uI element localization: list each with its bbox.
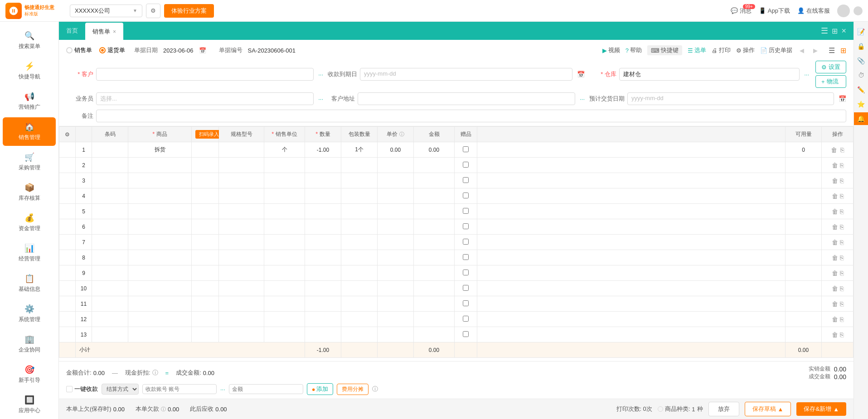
salesman-dots[interactable]: ··· [318,96,323,102]
customer-dots[interactable]: ··· [318,71,323,78]
rp-note-btn[interactable]: 📝 [855,25,868,38]
gift-cb-2[interactable] [463,162,469,168]
sidebar-item-business[interactable]: 📊 经营管理 [3,239,56,267]
save-draft-btn[interactable]: 保存草稿 ▲ [745,402,791,416]
settings-icon[interactable]: ⚙ [146,4,160,18]
account-input[interactable] [142,384,217,394]
radio-return[interactable]: 退货单 [99,46,125,54]
td-qty-1[interactable]: -1.00 [305,142,341,158]
sidebar-item-system[interactable]: ⚙️ 系统管理 [3,299,56,328]
one-click-pay-checkbox[interactable]: 一键收款 [66,385,98,393]
warehouse-input[interactable]: 建材仓 [619,68,800,81]
grid-view-icon[interactable]: ⊞ [832,27,838,35]
debt-info-icon[interactable]: ⓘ [161,406,166,413]
sidebar-item-basic[interactable]: 📋 基础信息 [3,269,56,298]
calendar-icon[interactable]: 📅 [199,47,206,54]
business-icon: 📊 [24,243,34,253]
receipt-date-input[interactable]: yyyy-mm-dd [360,68,572,81]
td-gift-1[interactable] [455,142,477,158]
sidebar-item-app[interactable]: 🔲 应用中心 [3,390,56,419]
purchase-icon: 🛒 [24,152,34,162]
abandon-btn[interactable]: 放弃 [708,402,739,416]
gift-checkbox-1[interactable] [463,146,469,152]
avatar-secondary[interactable] [853,6,863,15]
customer-addr-input[interactable] [358,92,575,105]
sidebar-item-guide[interactable]: 🎯 新手引导 [3,360,56,389]
rp-lock-btn[interactable]: 🔒 [855,40,868,53]
calc-method-select[interactable]: 结算方式 [102,384,139,395]
help-btn[interactable]: ? 帮助 [626,46,642,54]
td-unit-1[interactable]: 个 [264,142,305,158]
td-goods-1[interactable]: 拆货 [128,142,192,158]
rp-clock-btn[interactable]: ⏱ [855,69,868,82]
view-grid-icon[interactable]: ⊞ [840,46,846,55]
sidebar-item-corp[interactable]: 🏢 企业协同 [3,330,56,358]
sidebar-item-finance[interactable]: 💰 资金管理 [3,208,56,237]
remark-input[interactable] [96,110,846,122]
goods-type[interactable]: 商品种类: 1 种 [658,405,703,413]
sidebar-item-inventory[interactable]: 📦 库存核算 [3,178,56,207]
td-pack-1[interactable]: 1个 [341,142,378,158]
td-c-2[interactable] [59,158,76,173]
rp-star-btn[interactable]: ⭐ [855,98,868,111]
message-button[interactable]: 💬 消息 99+ [731,7,752,15]
sidebar: 🔍 搜索菜单 ⚡ 快捷导航 📢 营销推广 🏠 销售管理 🛒 采购管理 📦 库存核… [0,22,59,419]
video-btn[interactable]: ▶ 视频 [602,46,620,54]
rp-active-btn[interactable]: 🔔 [854,112,868,125]
history-btn[interactable]: 📄 历史单据 [760,46,792,54]
flow-btn[interactable]: + 物流 [815,75,846,88]
customer-input[interactable] [96,68,314,81]
sidebar-item-marketing[interactable]: 📢 营销推广 [3,87,56,116]
calendar-receipt-icon[interactable]: 📅 [577,71,585,78]
sidebar-item-purchase[interactable]: 🛒 采购管理 [3,148,56,176]
tab-sale-order[interactable]: 销售单 × [85,23,123,41]
view-list-icon[interactable]: ☰ [829,46,835,55]
customer-service-button[interactable]: 👤 在线客服 [797,7,830,15]
sidebar-item-search[interactable]: 🔍 搜索菜单 [3,26,56,55]
salesman-input[interactable]: 选择... [96,92,314,105]
discount-info-icon[interactable]: ⓘ [152,369,158,377]
td-barcode-1[interactable] [92,142,128,158]
message-badge: 99+ [743,4,755,9]
td-price-1[interactable]: 0.00 [378,142,414,158]
chevron-down-icon: ▼ [133,8,137,13]
sidebar-item-sales[interactable]: 🏠 销售管理 [3,117,56,146]
radio-dot-return [101,49,104,52]
avatar[interactable] [837,5,850,17]
account-dots[interactable]: ··· [220,386,225,393]
expected-date-input[interactable]: yyyy-mm-dd [627,92,834,105]
sidebar-item-quick[interactable]: ⚡ 快捷导航 [3,57,56,85]
calendar-expected-icon[interactable]: 📅 [839,95,846,102]
tab-close-icon[interactable]: × [113,29,116,35]
copy-2[interactable]: ⎘ [840,162,844,169]
tab-home[interactable]: 首页 [59,22,85,40]
td-amount-1[interactable]: 0.00 [414,142,455,158]
th-config[interactable]: ⚙ [59,127,76,142]
td-spec-1[interactable] [219,142,264,158]
radio-sale[interactable]: 销售单 [66,46,92,54]
shortcut-btn[interactable]: ⌨ 快捷键 [647,45,682,55]
add-payment-btn[interactable]: ● 添加 [307,383,333,395]
rp-attach-btn[interactable]: 📎 [855,54,868,67]
copy-row-1[interactable]: ⎘ [840,146,844,154]
print-btn[interactable]: 🖨 打印 [712,46,731,54]
company-selector[interactable]: XXXXXX公司 ▼ [70,5,142,17]
price-info-icon[interactable]: ⓘ [399,131,404,137]
rp-edit-btn[interactable]: ✏️ [855,83,868,96]
fee-info-icon[interactable]: ⓘ [372,385,378,393]
warehouse-dots[interactable]: ··· [804,71,809,78]
operate-btn[interactable]: ⚙ 操作 [736,46,755,54]
close-tab-btn[interactable]: × [841,26,846,36]
select-btn[interactable]: ☰ 选单 [688,46,706,54]
td-config-1[interactable] [59,142,76,158]
fee-split-btn[interactable]: 费用分摊 [337,384,369,395]
list-view-icon[interactable]: ☰ [821,26,828,36]
del-2[interactable]: 🗑 [832,162,838,169]
doc-settings-btn[interactable]: ⚙ 设置 [815,61,846,73]
addr-dots[interactable]: ··· [580,96,585,102]
app-download-button[interactable]: 📱 App下载 [759,7,790,15]
amount-input[interactable] [229,384,303,394]
delete-row-1[interactable]: 🗑 [831,146,837,154]
save-new-btn[interactable]: 保存&新增 ▲ [796,402,846,416]
try-button[interactable]: 体验行业方案 [164,4,214,18]
